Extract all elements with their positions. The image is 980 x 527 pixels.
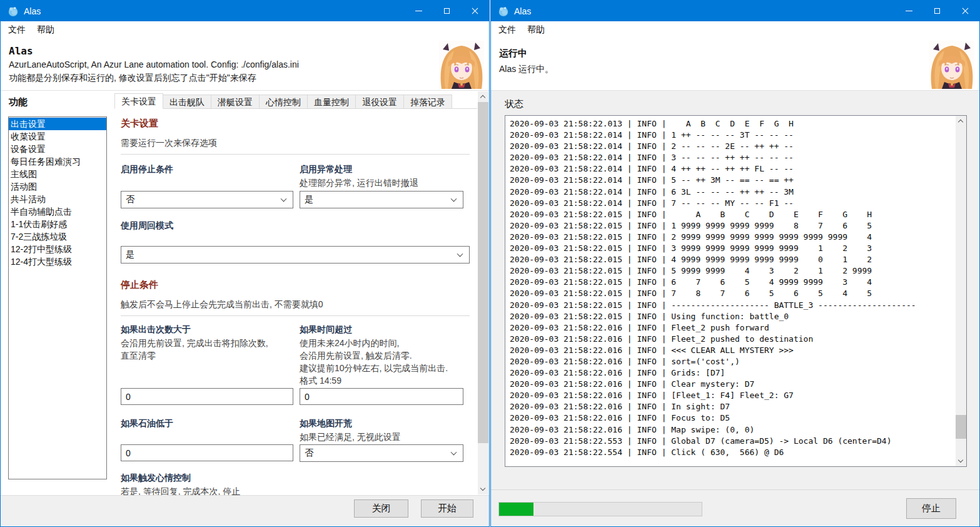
- divider: [121, 315, 470, 316]
- alas-app-icon: [8, 6, 19, 17]
- scrollbar-thumb[interactable]: [478, 102, 488, 443]
- footer-bar: 关闭 开始: [1, 495, 489, 526]
- alas-app-icon: [498, 6, 509, 17]
- titlebar[interactable]: Alas: [1, 1, 489, 21]
- sidebar-title: 功能: [9, 96, 28, 108]
- content-scrollbar[interactable]: [478, 91, 488, 494]
- scrollbar-thumb[interactable]: [956, 415, 966, 439]
- sidebar-item[interactable]: 收菜设置: [9, 130, 106, 143]
- if-count-input[interactable]: [121, 388, 293, 405]
- menubar: 文件帮助: [1, 21, 489, 39]
- log-text: 2020-09-03 21:58:22.013 | INFO | A B C D…: [510, 118, 954, 458]
- field-desc: 会沿用先前设置, 完成出击将扣除次数, 直至清零: [121, 337, 293, 362]
- sidebar-item[interactable]: 主线图: [9, 168, 106, 180]
- tab[interactable]: 血量控制: [308, 95, 356, 109]
- field-label: 使用周回模式: [121, 220, 293, 232]
- menu-item[interactable]: 帮助: [522, 21, 550, 39]
- field-label: 如果出击次数大于: [121, 324, 293, 335]
- sidebar-item[interactable]: 设备设置: [9, 143, 106, 155]
- chevron-down-icon: [281, 196, 287, 202]
- menu-item[interactable]: 文件: [3, 21, 31, 39]
- sidebar-item[interactable]: 半自动辅助点击: [9, 205, 106, 218]
- log-scrollbar[interactable]: [956, 116, 966, 466]
- field-label: 如果石油低于: [121, 418, 293, 429]
- maximize-icon[interactable]: [433, 1, 461, 21]
- tab[interactable]: 心情控制: [260, 95, 308, 109]
- window-title: Alas: [514, 6, 531, 16]
- section-desc: 需要运行一次来保存选项: [121, 136, 371, 149]
- chevron-down-icon: [451, 449, 457, 456]
- header-hint: 功能都是分别保存和运行的, 修改设置后别忘了点击"开始"来保存: [9, 73, 256, 84]
- start-button[interactable]: 开始: [421, 499, 473, 518]
- if-oil-input[interactable]: [121, 444, 293, 461]
- select-value: 是: [126, 249, 134, 260]
- window-controls: [405, 1, 489, 21]
- tab-bar: 关卡设置出击舰队潜艇设置心情控制血量控制退役设置掉落记录: [114, 93, 452, 109]
- tab[interactable]: 掉落记录: [404, 95, 452, 109]
- window-title: Alas: [24, 6, 41, 16]
- progress-bar: [498, 502, 702, 516]
- close-icon[interactable]: [951, 1, 979, 21]
- stop-button[interactable]: 停止: [906, 498, 956, 519]
- running-status-title: 运行中: [499, 48, 527, 59]
- log-body: 状态 2020-09-03 21:58:22.013 | INFO | A B …: [491, 91, 979, 489]
- field-label: 如果触发心情控制: [121, 473, 371, 484]
- select-value: 否: [305, 448, 313, 459]
- avatar: [929, 41, 974, 89]
- sidebar-item[interactable]: 每日任务困难演习: [9, 155, 106, 168]
- progress-fill: [499, 503, 533, 516]
- maximize-icon[interactable]: [923, 1, 951, 21]
- alas-running-window: Alas 文件帮助 运行中 Alas 运行中。: [490, 0, 980, 527]
- sidebar-item[interactable]: 12-2打中型练级: [9, 243, 106, 255]
- sidebar-item[interactable]: 共斗活动: [9, 193, 106, 205]
- app-header: 运行中 Alas 运行中。: [491, 39, 979, 91]
- header-title: Alas: [9, 45, 33, 57]
- sidebar-item[interactable]: 12-4打大型练级: [9, 255, 106, 268]
- field-label: 启用异常处理: [300, 164, 463, 175]
- titlebar[interactable]: Alas: [491, 1, 979, 21]
- sidebar-item[interactable]: 活动图: [9, 180, 106, 193]
- sidebar-item[interactable]: 7-2三战拣垃圾: [9, 230, 106, 243]
- status-label: 状态: [505, 98, 523, 110]
- avatar: [439, 41, 484, 89]
- divider: [121, 154, 470, 155]
- menu-item[interactable]: 文件: [493, 21, 522, 39]
- loop-mode-select[interactable]: 是: [121, 246, 470, 264]
- screen: Alas 文件帮助 Alas AzurLaneAutoScript, An Az…: [0, 0, 980, 527]
- app-header: Alas AzurLaneAutoScript, An Azur Lane au…: [1, 39, 489, 91]
- field-desc: 处理部分异常, 运行出错时撤退: [300, 177, 463, 189]
- if-map-clear-select[interactable]: 否: [300, 444, 463, 462]
- if-time-input[interactable]: [300, 388, 463, 405]
- tab[interactable]: 关卡设置: [114, 93, 163, 109]
- chevron-down-icon: [451, 196, 457, 202]
- enable-exception-select[interactable]: 是: [300, 191, 463, 208]
- alas-settings-window: Alas 文件帮助 Alas AzurLaneAutoScript, An Az…: [0, 0, 490, 527]
- field-desc: 如果已经满足, 无视此设置: [300, 431, 463, 443]
- tab[interactable]: 退役设置: [356, 95, 404, 109]
- minimize-icon[interactable]: [405, 1, 433, 21]
- scroll-up-icon[interactable]: [958, 120, 963, 125]
- field-label: 如果地图开荒: [300, 418, 463, 429]
- enable-stop-select[interactable]: 否: [121, 191, 293, 208]
- sidebar-item[interactable]: 出击设置: [9, 118, 106, 130]
- scroll-up-icon[interactable]: [480, 95, 485, 100]
- select-value: 否: [126, 194, 134, 205]
- log-output[interactable]: 2020-09-03 21:58:22.013 | INFO | A B C D…: [505, 115, 967, 467]
- close-icon[interactable]: [461, 1, 489, 21]
- minimize-icon[interactable]: [895, 1, 923, 21]
- field-desc: 若是, 等待回复, 完成本次, 停止: [121, 485, 371, 495]
- tab-panel: 关卡设置 需要运行一次来保存选项 启用停止条件 启用异常处理 处理部分异常, 运…: [114, 108, 477, 495]
- scroll-down-icon[interactable]: [958, 458, 963, 463]
- section-heading: 关卡设置: [121, 118, 158, 130]
- sidebar-item[interactable]: 1-1伏击刷好感: [9, 218, 106, 230]
- chevron-down-icon: [457, 251, 463, 257]
- menu-item[interactable]: 帮助: [31, 21, 60, 39]
- tab[interactable]: 潜艇设置: [211, 95, 260, 109]
- field-label: 启用停止条件: [121, 164, 293, 175]
- header-description: AzurLaneAutoScript, An Azur Lane automat…: [9, 59, 299, 69]
- tab[interactable]: 出击舰队: [163, 95, 211, 109]
- footer-bar: 停止: [491, 489, 979, 526]
- window-controls: [895, 1, 979, 21]
- close-app-button[interactable]: 关闭: [354, 499, 408, 518]
- scroll-down-icon[interactable]: [480, 486, 485, 491]
